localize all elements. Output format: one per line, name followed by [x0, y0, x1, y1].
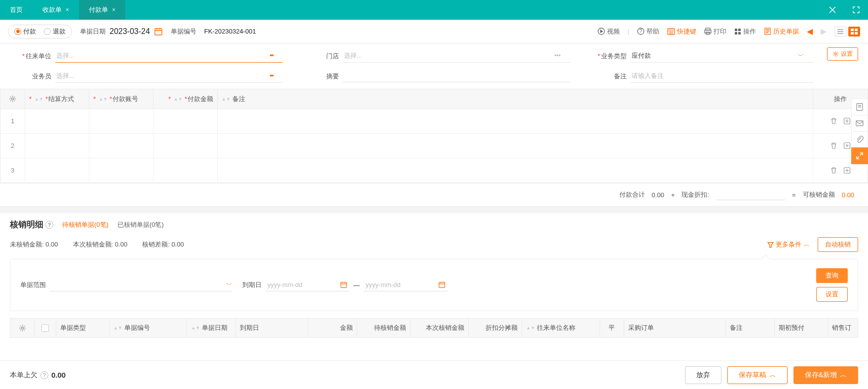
side-draft-icon[interactable]: [851, 99, 868, 115]
col-balance[interactable]: 平: [600, 318, 624, 337]
cell-method[interactable]: [25, 134, 89, 158]
next-doc-icon[interactable]: ▶: [821, 27, 827, 36]
cell-amount[interactable]: [153, 158, 218, 182]
detail-gear-header[interactable]: [10, 318, 35, 337]
col-sales-order[interactable]: 销售订: [828, 318, 858, 337]
side-attachment-icon[interactable]: [851, 131, 868, 148]
calendar-icon[interactable]: [154, 27, 163, 36]
col-purchase-order[interactable]: 采购订单: [624, 318, 726, 337]
col-method[interactable]: ▲▼结算方式: [25, 89, 89, 108]
window-fullscreen-button[interactable]: [844, 0, 868, 20]
form-settings-button[interactable]: 设置: [827, 47, 858, 61]
placeholder-text: 选择...: [344, 51, 362, 60]
cell-account[interactable]: [89, 158, 153, 182]
side-message-icon[interactable]: [851, 115, 868, 132]
table-row[interactable]: 2: [0, 134, 868, 158]
save-and-new-button[interactable]: 保存&新增︿: [793, 366, 858, 384]
col-amount[interactable]: ▲▼付款金额: [153, 89, 218, 108]
col-prepaid[interactable]: 期初预付: [775, 318, 828, 337]
cell-account[interactable]: [89, 134, 153, 158]
close-icon[interactable]: ×: [66, 6, 69, 13]
discount-input[interactable]: [716, 189, 785, 200]
radio-refund[interactable]: 退款: [44, 27, 66, 36]
view-list-button[interactable]: [834, 27, 846, 36]
side-expand-icon[interactable]: [851, 147, 868, 164]
col-remark[interactable]: ▲▼备注: [218, 89, 813, 108]
table-row[interactable]: 3: [0, 158, 868, 183]
doc-range-select[interactable]: ﹀: [50, 279, 232, 291]
store-select[interactable]: 选择...•••: [343, 49, 570, 63]
add-row-icon[interactable]: [843, 117, 851, 125]
cell-amount[interactable]: [153, 109, 218, 133]
col-so-label: 销售订: [832, 323, 851, 332]
toolbar-video[interactable]: 视频: [598, 27, 620, 36]
toolbar-shortcut-label: 快捷键: [677, 27, 696, 36]
col-pending-amount[interactable]: 待核销金额: [357, 318, 411, 337]
save-draft-label: 保存草稿: [739, 371, 766, 380]
prev-doc-icon[interactable]: ◀: [807, 27, 813, 36]
close-icon[interactable]: ×: [112, 6, 115, 13]
cell-amount[interactable]: [153, 134, 218, 158]
toolbar-history[interactable]: 历史单据: [764, 27, 799, 36]
tab-done-writeoff[interactable]: 已核销单据(0笔): [117, 220, 164, 229]
query-button[interactable]: 查询: [816, 268, 848, 283]
cell-remark[interactable]: [218, 158, 813, 182]
add-row-icon[interactable]: [843, 167, 851, 174]
help-icon[interactable]: ?: [40, 371, 48, 379]
toolbar-video-label: 视频: [607, 27, 620, 36]
view-card-button[interactable]: [848, 27, 860, 36]
due-date-to[interactable]: yyyy-mm-dd: [364, 279, 448, 291]
toolbar-operate[interactable]: 操作: [734, 27, 756, 36]
toolbar-help[interactable]: ?帮助: [637, 27, 659, 36]
table-gear-header[interactable]: [0, 89, 25, 108]
delete-row-icon[interactable]: [830, 142, 837, 149]
window-close-button[interactable]: [821, 0, 844, 20]
col-doc-type[interactable]: 单据类型: [56, 318, 110, 337]
auto-writeoff-button[interactable]: 自动核销: [818, 237, 858, 252]
party-select[interactable]: 选择...•••: [55, 49, 283, 63]
doc-date-value[interactable]: 2023-03-24: [110, 27, 150, 36]
cell-method[interactable]: [25, 109, 89, 133]
save-draft-button[interactable]: 保存草稿︿: [727, 366, 788, 384]
col-due-date-label: 到期日: [240, 323, 259, 332]
avail-label: 可核销金额: [803, 190, 835, 199]
col-party-name[interactable]: ▲▼往来单位名称: [522, 318, 600, 337]
tab-payment[interactable]: 付款单×: [79, 0, 125, 20]
select-all-header[interactable]: [35, 318, 56, 337]
col-detail-remark[interactable]: 备注: [726, 318, 774, 337]
col-account[interactable]: ▲▼付款账号: [89, 89, 153, 108]
col-this-amount[interactable]: 本次核销金额: [411, 318, 469, 337]
writeoff-title: 核销明细?: [10, 219, 53, 230]
delete-row-icon[interactable]: [830, 167, 837, 174]
salesman-select[interactable]: 选择...•••: [55, 70, 283, 83]
col-amount[interactable]: 金额: [308, 318, 357, 337]
more-conditions-toggle[interactable]: 更多条件︿: [767, 240, 810, 249]
col-doc-date[interactable]: ▲▼单据日期: [187, 318, 235, 337]
chevron-up-icon: ︿: [803, 240, 810, 249]
tab-pending-writeoff[interactable]: 待核销单据(0笔): [62, 220, 109, 229]
col-due-date[interactable]: 到期日: [236, 318, 308, 337]
table-row[interactable]: 1: [0, 109, 868, 134]
toolbar-shortcut[interactable]: 快捷键: [667, 27, 696, 36]
due-date-from[interactable]: yyyy-mm-dd: [265, 279, 349, 291]
biztype-select[interactable]: 应付款﹀: [631, 49, 814, 63]
cell-remark[interactable]: [218, 109, 813, 133]
sort-icon: ▲▼: [191, 326, 200, 329]
col-discount-share[interactable]: 折扣分摊额: [469, 318, 522, 337]
cell-method[interactable]: [25, 158, 89, 182]
discard-button[interactable]: 放弃: [685, 366, 721, 384]
help-icon[interactable]: ?: [45, 221, 53, 229]
cell-account[interactable]: [89, 109, 153, 133]
tab-home[interactable]: 首页: [0, 0, 33, 20]
summary-input[interactable]: [343, 71, 570, 82]
filter-settings-button[interactable]: 设置: [816, 287, 848, 302]
col-doc-no[interactable]: ▲▼单据编号: [110, 318, 187, 337]
radio-pay[interactable]: 付款: [14, 27, 36, 36]
toolbar-print[interactable]: 打印: [704, 27, 726, 36]
delete-row-icon[interactable]: [830, 117, 837, 125]
add-row-icon[interactable]: [843, 142, 851, 149]
cell-remark[interactable]: [218, 134, 813, 158]
remark-input[interactable]: 请输入备注: [631, 70, 814, 83]
sort-icon: ▲▼: [35, 98, 43, 101]
tab-receipt[interactable]: 收款单×: [33, 0, 79, 20]
